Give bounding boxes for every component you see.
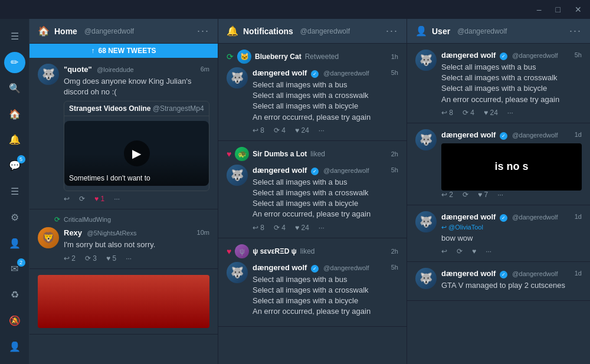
sidebar-messages-icon[interactable]: 💬 5 <box>4 155 25 176</box>
like-button[interactable]: ♥ 24 <box>295 126 309 135</box>
home-icon: 🏠 <box>38 25 50 37</box>
notif-username: @dangeredwolf <box>300 27 350 35</box>
notif-more-button[interactable]: ··· <box>386 25 398 37</box>
retweet-indicator: ⟳ CriticalMudWing <box>54 215 209 224</box>
home-more-button[interactable]: ··· <box>197 25 209 37</box>
retweet-button[interactable]: ⟳ 4 <box>274 126 286 135</box>
tweet-author: dængered wolf <box>253 68 307 77</box>
sidebar-muted-icon[interactable]: 🔕 <box>4 310 25 331</box>
tweet-header: dængered wolf ✓ @dangeredwolf 1d <box>441 268 582 278</box>
user-column-scroll[interactable]: 🐺 dængered wolf ✓ @dangeredwolf 5h <box>407 44 590 364</box>
reply-button[interactable]: ↩ <box>64 195 70 203</box>
more-button[interactable]: ··· <box>486 247 491 255</box>
maximize-button[interactable]: □ <box>552 4 564 15</box>
video-overlay: Sometimes I don't want to <box>64 121 209 186</box>
sidebar-search-icon[interactable]: 🔍 <box>4 78 25 99</box>
sidebar-dm-icon[interactable]: ✉ 2 <box>4 258 25 280</box>
more-button[interactable]: ··· <box>507 109 513 117</box>
like-button[interactable]: ♥ <box>472 247 476 255</box>
sidebar-profile-icon[interactable]: 👤 <box>4 232 25 254</box>
sidebar-compose-icon[interactable]: ✏ <box>4 52 25 73</box>
reply-button[interactable]: ↩ 2 <box>64 254 76 263</box>
notif-action2: liked <box>310 150 325 158</box>
like-button[interactable]: ♥ 7 <box>478 191 488 199</box>
retweet-button[interactable]: ⟳ <box>457 247 463 255</box>
tweet-header: dængered wolf ✓ @dangeredwolf 5h <box>253 262 398 273</box>
like-button[interactable]: ♥ 24 <box>484 109 498 117</box>
messages-badge: 5 <box>17 155 25 163</box>
user-tweet-row[interactable]: 🐺 dængered wolf ✓ @dangeredwolf 1d ↩ @ <box>407 205 590 262</box>
notif-actor-name2: Sir Dumbs a Lot <box>253 150 307 158</box>
like-button[interactable]: ♥ 1 <box>94 195 104 203</box>
user-more-button[interactable]: ··· <box>569 25 582 37</box>
more-button[interactable]: ··· <box>114 195 120 203</box>
notification-item[interactable]: ♥ 🐢 Sir Dumbs a Lot liked 2h 🐺 dængered … <box>218 141 407 238</box>
close-button[interactable]: ✕ <box>571 4 585 15</box>
notifications-scroll[interactable]: ⟳ 🐱 Blueberry Cat Retweeted 1h 🐺 dængere… <box>218 44 407 364</box>
tweet-author-area: "quote" @loireddude <box>64 64 134 74</box>
sidebar-activity-icon[interactable]: ♻ <box>4 284 25 306</box>
reply-button[interactable]: ↩ 8 <box>253 224 264 232</box>
tweet-text: Omg does anyone know King Julian's disco… <box>64 76 209 97</box>
reply-button[interactable]: ↩ <box>441 247 447 255</box>
tweet-text: Select all images with a busSelect all i… <box>253 274 398 317</box>
notif-actor-avatar3: ψ <box>235 244 249 258</box>
home-column-scroll[interactable]: 🐺 "quote" @loireddude 6m Omg does anyone… <box>30 58 218 364</box>
user-tweet-row[interactable]: 🐺 dængered wolf ✓ @dangeredwolf 1d <box>407 123 590 205</box>
tweet-author-area: dængered wolf ✓ @dangeredwolf <box>253 262 369 273</box>
sidebar-settings-icon[interactable]: ⚙ <box>4 206 25 228</box>
sidebar-user2-icon[interactable]: 👤 <box>4 336 25 357</box>
sidebar-menu-icon[interactable]: ☰ <box>4 26 25 47</box>
more-button[interactable]: ··· <box>497 191 503 199</box>
tweet-avatar: 🐺 <box>415 50 437 71</box>
tweet-row[interactable]: ⟳ CriticalMudWing 🦁 Rexy @5NightsAtRexs <box>30 209 218 268</box>
tweet-main: 🐺 dængered wolf ✓ @dangeredwolf 5h <box>415 50 582 117</box>
retweet-button[interactable]: ⟳ 3 <box>85 254 97 263</box>
tweet-handle: @dangeredwolf <box>512 52 558 59</box>
notif-actor-name3: ψ ѕεvεRΞD ψ <box>253 247 297 255</box>
notifications-column-header: 🔔 Notifications @dangeredwolf ··· <box>218 19 407 44</box>
like-button[interactable]: ♥ 5 <box>106 254 116 263</box>
sidebar-home-icon[interactable]: 🏠 <box>4 103 25 124</box>
like-button[interactable]: ♥ 24 <box>295 224 309 232</box>
tweet-text: GTA V managed to play 2 cutscenes <box>441 280 582 291</box>
tweet-avatar: 🐺 <box>415 129 437 150</box>
notification-item[interactable]: ⟳ 🐱 Blueberry Cat Retweeted 1h 🐺 dængere… <box>218 44 407 141</box>
more-button[interactable]: ··· <box>126 254 132 263</box>
tweet-content: dængered wolf ✓ @dangeredwolf 5h Select … <box>253 262 398 321</box>
tweet-time: 1d <box>575 131 582 138</box>
more-button[interactable]: ··· <box>319 224 324 232</box>
tweet-avatar: 🦁 <box>38 227 59 248</box>
verified-badge: ✓ <box>500 214 507 222</box>
new-tweets-banner[interactable]: ↑ 68 NEW TWEETS <box>30 44 218 58</box>
retweet-button[interactable]: ⟳ 4 <box>463 109 474 117</box>
more-button[interactable]: ··· <box>319 126 324 135</box>
tweet-time: 5h <box>575 51 582 58</box>
tweet-header: dængered wolf ✓ @dangeredwolf 1d <box>441 211 582 222</box>
notification-item[interactable]: ♥ ψ ψ ѕεvεRΞD ψ liked 2h 🐺 dængered wolf <box>218 238 407 327</box>
reply-button[interactable]: ↩ 8 <box>253 126 264 135</box>
tweet-handle: @loireddude <box>97 66 134 73</box>
quoted-tweet[interactable]: Strangest Videos Online @StrangestMp4 ▶ … <box>64 101 209 191</box>
retweet-icon: ⟳ <box>54 215 60 224</box>
tweet-row[interactable] <box>30 269 218 335</box>
tweet-video[interactable]: ▶ Sometimes I don't want to <box>64 121 209 186</box>
user-tweet-row[interactable]: 🐺 dængered wolf ✓ @dangeredwolf 5h <box>407 44 590 123</box>
sidebar-notifications-icon[interactable]: 🔔 <box>4 129 25 150</box>
tweet-author: dængered wolf <box>253 166 307 175</box>
tweet-row[interactable]: 🐺 "quote" @loireddude 6m Omg does anyone… <box>30 58 218 209</box>
dm-badge: 2 <box>17 258 25 267</box>
new-tweets-arrow: ↑ <box>91 47 94 55</box>
retweet-button[interactable]: ⟳ <box>79 195 85 203</box>
retweet-button[interactable]: ⟳ <box>463 191 468 199</box>
reply-button[interactable]: ↩ 2 <box>441 191 453 199</box>
reply-button[interactable]: ↩ 8 <box>441 109 453 117</box>
retweet-button[interactable]: ⟳ 4 <box>274 224 286 232</box>
retweet-notif-icon: ⟳ <box>227 52 234 61</box>
sidebar-lists-icon[interactable]: ☰ <box>4 181 25 202</box>
tweet-avatar: 🐺 <box>227 262 248 283</box>
tweet-actions: ↩ 2 ⟳ 3 ♥ 5 ··· <box>64 254 209 263</box>
minimize-button[interactable]: – <box>533 4 545 15</box>
user-tweet-row[interactable]: 🐺 dængered wolf ✓ @dangeredwolf 1d GTA <box>407 262 590 301</box>
notif-action: Retweeted <box>305 53 339 61</box>
